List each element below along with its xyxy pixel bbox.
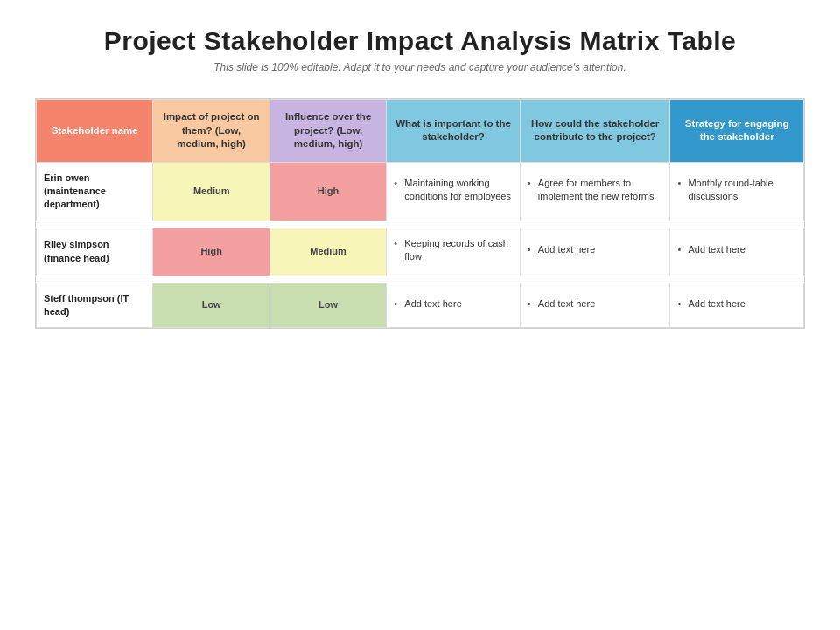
page-subtitle: This slide is 100% editable. Adapt it to… <box>214 61 626 74</box>
header-col2: Impact of project on them? (Low, medium,… <box>153 100 270 163</box>
strategy-cell: Add text here <box>670 228 804 276</box>
stakeholder-name: Erin owen (maintenance department) <box>37 162 153 220</box>
important-cell: Maintaining working conditions for emplo… <box>387 162 521 220</box>
matrix-table: Stakeholder name Impact of project on th… <box>36 99 804 328</box>
important-cell: Keeping records of cash flow <box>387 228 521 276</box>
header-col5: How could the stakeholder contribute to … <box>520 100 670 163</box>
contribute-cell: Add text here <box>520 228 670 276</box>
list-item: Agree for members to implement the new r… <box>528 177 663 204</box>
impact-value: Medium <box>153 162 270 220</box>
list-item: Monthly round-table discussions <box>677 177 796 204</box>
list-item: Add text here <box>394 298 513 311</box>
list-item: Keeping records of cash flow <box>394 237 513 264</box>
table-row: Steff thompson (IT head)LowLowAdd text h… <box>37 283 804 328</box>
matrix-table-container: Stakeholder name Impact of project on th… <box>35 98 805 329</box>
impact-value: High <box>153 228 270 276</box>
impact-value: Low <box>153 283 270 328</box>
list-item: Add text here <box>528 243 663 256</box>
strategy-cell: Add text here <box>670 283 804 328</box>
contribute-cell: Add text here <box>520 283 670 328</box>
header-col3: Influence over the project? (Low, medium… <box>270 100 386 163</box>
important-cell: Add text here <box>387 283 521 328</box>
contribute-cell: Agree for members to implement the new r… <box>520 162 670 220</box>
influence-value: High <box>270 162 386 220</box>
list-item: Add text here <box>677 243 796 256</box>
influence-value: Medium <box>270 228 386 276</box>
table-row: Erin owen (maintenance department)Medium… <box>37 162 804 220</box>
stakeholder-name: Riley simpson (finance head) <box>37 228 153 276</box>
strategy-cell: Monthly round-table discussions <box>670 162 804 220</box>
page-title: Project Stakeholder Impact Analysis Matr… <box>104 26 737 56</box>
header-col6: Strategy for engaging the stakeholder <box>670 100 804 163</box>
page: Project Stakeholder Impact Analysis Matr… <box>0 0 840 630</box>
list-item: Maintaining working conditions for emplo… <box>394 177 513 204</box>
list-item: Add text here <box>528 298 663 311</box>
table-body: Erin owen (maintenance department)Medium… <box>37 162 804 328</box>
separator-row <box>37 220 804 228</box>
header-col1: Stakeholder name <box>37 100 153 163</box>
header-row: Stakeholder name Impact of project on th… <box>37 100 804 163</box>
stakeholder-name: Steff thompson (IT head) <box>37 283 153 328</box>
influence-value: Low <box>270 283 386 328</box>
header-col4: What is important to the stakeholder? <box>387 100 521 163</box>
list-item: Add text here <box>677 298 796 311</box>
separator-row <box>37 276 804 283</box>
table-row: Riley simpson (finance head)HighMediumKe… <box>37 228 804 276</box>
